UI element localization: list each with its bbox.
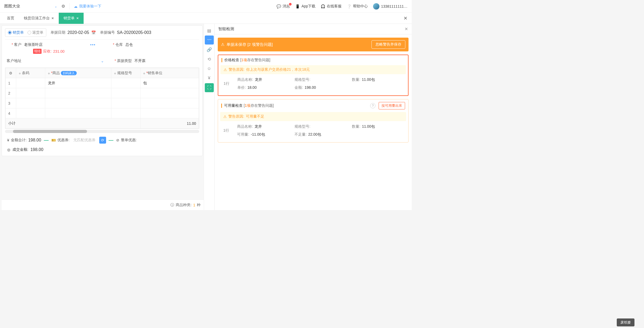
cell-spec[interactable] bbox=[111, 88, 140, 98]
date-value[interactable]: 2020-02-05 bbox=[67, 30, 89, 35]
user-label: 13381111111… bbox=[381, 4, 407, 8]
stock-reason-row: ⚠ 警告原因: 可用量不足 bbox=[220, 112, 406, 121]
col-unit[interactable]: ◆*销售单位 bbox=[140, 68, 199, 78]
deal-row: ◎ 成交金额: 198.00 bbox=[5, 147, 199, 156]
cloud-icon: ☁ bbox=[74, 4, 78, 8]
scrollbar-thumb[interactable] bbox=[13, 130, 87, 133]
date-label: 单据日期 bbox=[51, 30, 65, 35]
out-by-available-button[interactable]: 按可用量出库 bbox=[379, 102, 405, 109]
info-icon: ⓘ bbox=[170, 203, 174, 207]
cell-spec[interactable] bbox=[111, 78, 140, 88]
cell-product[interactable] bbox=[45, 88, 111, 98]
cell-unit[interactable] bbox=[140, 108, 199, 118]
stock-detail-cols: 商品名称:龙井 规格型号: 数量:11.00包 可用量:-11.00包 不足量:… bbox=[237, 124, 403, 137]
customer-more-button[interactable]: ••• bbox=[90, 43, 96, 47]
address-label: 客户地址 bbox=[5, 59, 21, 63]
warning-icon: ⚠ bbox=[224, 68, 227, 72]
deal-label: 成交金额: bbox=[12, 147, 28, 152]
coupon-field: 🎫 优惠券: 无匹配优惠券 ⟳ bbox=[51, 137, 106, 144]
rail-doc-icon[interactable]: ▤ bbox=[205, 26, 214, 35]
calendar-icon[interactable]: 📅 bbox=[91, 30, 96, 35]
refresh-coupon-button[interactable]: ⟳ bbox=[99, 137, 106, 144]
radio-return[interactable]: 退货单 bbox=[28, 30, 43, 35]
messages-link[interactable]: 💬 消息 … bbox=[276, 4, 290, 9]
reason-text: 可用量不足 bbox=[246, 114, 264, 119]
avatar bbox=[373, 3, 379, 10]
tab-sales-order[interactable]: 销货单 ✕ bbox=[59, 13, 84, 24]
coupon-input[interactable]: 无匹配优惠券 bbox=[71, 137, 98, 144]
table-row[interactable]: 3 bbox=[6, 98, 199, 108]
scan-badge[interactable]: 扫码录入 bbox=[61, 71, 77, 75]
cell-product[interactable] bbox=[45, 108, 111, 118]
minus-icon: — bbox=[109, 138, 114, 143]
try-experience-link[interactable]: ☁ 我要体验一下 bbox=[74, 4, 101, 9]
col-gear[interactable]: ⚙ bbox=[6, 68, 16, 78]
cell-barcode[interactable] bbox=[16, 108, 45, 118]
tab-home[interactable]: 首页 bbox=[2, 13, 19, 24]
cell-spec[interactable] bbox=[111, 98, 140, 108]
cell-unit[interactable] bbox=[140, 88, 199, 98]
col-spec[interactable]: ◆规格型号 bbox=[111, 68, 140, 78]
rail-link-icon[interactable]: 🔗 bbox=[205, 45, 214, 54]
cell-product[interactable]: 龙井 bbox=[45, 78, 111, 88]
user-menu[interactable]: 13381111111… bbox=[373, 3, 407, 10]
online-service-link[interactable]: 🎧 在线客服 bbox=[321, 4, 342, 9]
tab-workbench[interactable]: 钱货日清工作台 ✕ bbox=[19, 13, 59, 24]
tab-workbench-label: 钱货日清工作台 bbox=[24, 16, 50, 21]
ignore-save-button[interactable]: 忽略警告并保存 bbox=[371, 40, 405, 49]
rail-refresh-icon[interactable]: ⟲ bbox=[205, 55, 214, 64]
cell-barcode[interactable] bbox=[16, 88, 45, 98]
panel-header: 智能检测 ✕ bbox=[215, 24, 412, 34]
help-icon[interactable]: ? bbox=[370, 103, 375, 108]
table-row[interactable]: 1 龙井 包 bbox=[6, 78, 199, 88]
try-label: 我要体验一下 bbox=[79, 4, 101, 9]
help-link[interactable]: ❔ 帮助中心 bbox=[347, 4, 368, 9]
rail-chart-icon[interactable]: 〰 bbox=[205, 36, 214, 45]
warehouse-field: * 仓库 总仓 bbox=[106, 42, 173, 47]
topbar: 图图大业 ⌄ ⚙ ☁ 我要体验一下 💬 消息 … 📱 App下载 🎧 在线客服 bbox=[0, 0, 412, 13]
stock-actions: ? 按可用量出库 bbox=[370, 102, 405, 109]
stock-check-count: [1项存在警告问题] bbox=[244, 103, 274, 108]
close-icon[interactable]: ✕ bbox=[51, 16, 54, 20]
horizontal-scrollbar[interactable] bbox=[5, 130, 199, 133]
cell-barcode[interactable] bbox=[16, 78, 45, 88]
chevron-down-icon[interactable]: ⌄ bbox=[101, 59, 104, 63]
subtotal-row: 小计 11.00 bbox=[6, 118, 199, 128]
radio-sales-label: 销货单 bbox=[13, 30, 24, 35]
row-index: 3 bbox=[6, 98, 16, 108]
minus-icon: — bbox=[44, 138, 49, 143]
col-barcode[interactable]: ◆条码 bbox=[16, 68, 45, 78]
main: 销货单 退货单 单据日期 2020-02-05 📅 单据编号 bbox=[0, 24, 412, 210]
phone-icon: 📱 bbox=[295, 4, 300, 8]
warehouse-value[interactable]: 总仓 bbox=[125, 42, 173, 47]
company-select[interactable]: 图图大业 ⌄ bbox=[4, 4, 57, 9]
cell-barcode[interactable] bbox=[16, 98, 45, 108]
cell-product[interactable] bbox=[45, 98, 111, 108]
rail-expand-icon[interactable]: ⛶ bbox=[205, 83, 214, 92]
gear-icon: ⚙ bbox=[9, 71, 12, 75]
col-product[interactable]: ◆*商品扫码录入 bbox=[45, 68, 111, 78]
app-download-link[interactable]: 📱 App下载 bbox=[295, 4, 315, 9]
invoice-value[interactable]: 不开票 bbox=[134, 59, 182, 63]
stock-check-section: 可用量检查 [1项存在警告问题] ? 按可用量出库 ⚠ 警告原因: 可用量不足 bbox=[218, 99, 409, 143]
gear-icon[interactable]: ⚙ bbox=[61, 4, 65, 9]
close-icon[interactable]: ✕ bbox=[76, 16, 79, 20]
radio-sales[interactable]: 销货单 bbox=[8, 30, 24, 35]
price-detail-cols: 商品名称:龙井 规格型号: 数量:11.00包 单价:18.00 金额:198.… bbox=[237, 77, 403, 90]
row-label: 1行 bbox=[223, 128, 232, 133]
settle-tag: 现结 bbox=[33, 49, 42, 54]
table-row[interactable]: 4 bbox=[6, 108, 199, 118]
cell-unit[interactable] bbox=[140, 98, 199, 108]
warehouse-label: * 仓库 bbox=[106, 42, 123, 47]
help-label: 帮助中心 bbox=[353, 4, 368, 9]
rail-money-icon[interactable]: ¥ bbox=[205, 74, 214, 83]
row-index: 2 bbox=[6, 88, 16, 98]
cell-spec[interactable] bbox=[111, 108, 140, 118]
cell-unit[interactable]: 包 bbox=[140, 78, 199, 88]
table-row[interactable]: 2 bbox=[6, 88, 199, 98]
customer-value[interactable]: 老张茶叶店 bbox=[24, 42, 72, 47]
close-all-tabs[interactable]: ✕ bbox=[399, 15, 412, 21]
close-icon[interactable]: ✕ bbox=[405, 26, 408, 32]
reason-text: 你上次与该客户交易价格21，本次18元 bbox=[246, 67, 310, 72]
rail-user-icon[interactable]: ☺ bbox=[205, 64, 214, 73]
